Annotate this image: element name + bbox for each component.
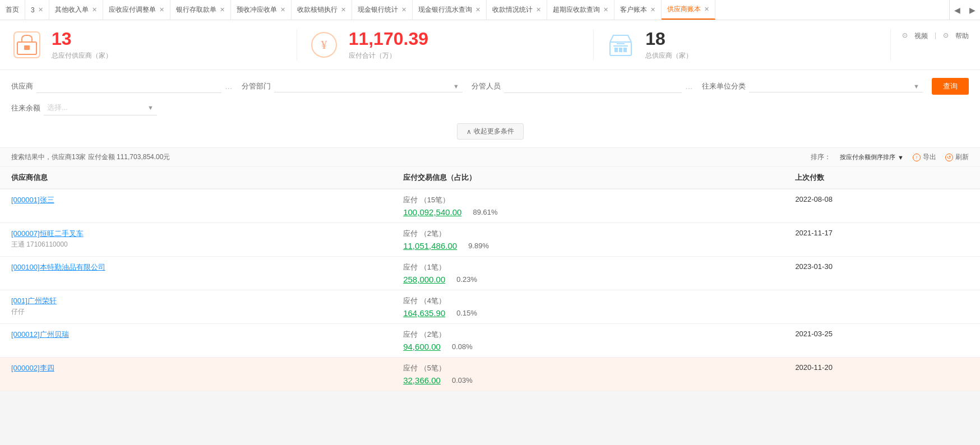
sort-label: 排序：: [811, 152, 831, 162]
supplier-info-cell: [000012]广州贝瑞: [0, 324, 392, 358]
nav-tab-cash-bank-stat[interactable]: 现金银行统计 ✕: [352, 0, 413, 20]
table-row: [000002]李四应付 （5笔）32,366.000.03%2020-11-2…: [0, 358, 980, 391]
nav-tab-other-income[interactable]: 其他收入单 ✕: [49, 0, 103, 20]
result-bar: 搜索结果中，供应商13家 应付金额 111,703,854.00元 排序： 按应…: [0, 148, 980, 167]
nav-next-arrow[interactable]: ▶: [965, 6, 980, 15]
supplier-link[interactable]: [000012]广州贝瑞: [11, 330, 69, 339]
nav-tab-receipt-stat[interactable]: 收款情况统计 ✕: [487, 0, 547, 20]
supplier-input[interactable]: [36, 80, 221, 93]
tx-amount[interactable]: 164,635.90: [403, 308, 445, 318]
close-icon[interactable]: ✕: [603, 6, 608, 13]
nav-prev-arrow[interactable]: ◀: [950, 6, 965, 15]
close-icon[interactable]: ✕: [159, 6, 164, 13]
tx-info-cell: 应付 （2笔）11,051,486.009.89%: [392, 223, 784, 257]
supplier-link[interactable]: [000001]张三: [11, 196, 54, 204]
filter-category: 往来单位分类 ▼: [702, 81, 923, 92]
table-row: [000001]张三应付 （15笔）100,092,540.0089.61%20…: [0, 189, 980, 223]
tx-amount[interactable]: 94,600.00: [403, 342, 441, 351]
nav-tab-ar-ap-adjust[interactable]: 应收应付调整单 ✕: [103, 0, 170, 20]
last-pay-cell: 2021-03-25: [784, 324, 980, 358]
card3-text: 18 总供应商（家）: [645, 29, 692, 61]
close-icon[interactable]: ✕: [650, 6, 655, 13]
table-row: [000007]恒旺二手叉车王通 17106110000应付 （2笔）11,05…: [0, 223, 980, 257]
close-icon[interactable]: ✕: [401, 6, 406, 13]
video-icon: ⊙: [902, 31, 908, 39]
export-button[interactable]: ↑ 导出: [913, 152, 936, 162]
supplier-contact: 仔仔: [11, 307, 381, 317]
col-last-pay: 上次付数: [784, 167, 980, 189]
tx-percent: 9.89%: [468, 242, 489, 250]
supplier-dots[interactable]: ...: [225, 81, 232, 91]
nav-tab-3[interactable]: 3 ✕: [25, 0, 49, 20]
collapse-button[interactable]: ∧ 收起更多条件: [457, 123, 524, 140]
close-icon[interactable]: ✕: [280, 6, 285, 13]
nav-arrows: ◀ ▶: [949, 0, 980, 20]
collapse-area: ∧ 收起更多条件: [11, 121, 969, 142]
balance-select[interactable]: 选择... ▼: [44, 100, 157, 115]
supplier-link[interactable]: [001]广州荣轩: [11, 296, 57, 305]
tx-label: 应付: [403, 263, 418, 271]
nav-tab-customer-ledger[interactable]: 客户账本 ✕: [614, 0, 662, 20]
supplier-info-cell: [001]广州荣轩仔仔: [0, 290, 392, 324]
nav-tab-bank-deposit[interactable]: 银行存取款单 ✕: [170, 0, 231, 20]
chevron-up-icon: ∧: [466, 128, 471, 136]
category-filter-label: 往来单位分类: [702, 81, 746, 91]
summary-section: 13 总应付供应商（家） ¥ 11,170.39 应付合计（万）: [0, 20, 980, 70]
supplier-info-cell: [000002]李四: [0, 358, 392, 391]
nav-tab-cash-flow[interactable]: 现金银行流水查询 ✕: [413, 0, 487, 20]
nav-tab-home[interactable]: 首页: [0, 0, 25, 20]
supplier-link[interactable]: [000007]恒旺二手叉车: [11, 229, 84, 238]
person-dots[interactable]: ...: [685, 81, 692, 91]
sort-dropdown-icon: ▼: [898, 154, 904, 161]
close-icon[interactable]: ✕: [341, 6, 346, 13]
category-select[interactable]: ▼: [749, 81, 923, 92]
card3-number: 18: [645, 29, 692, 49]
nav-tab-supplier-ledger[interactable]: 供应商账本 ✕: [662, 0, 715, 20]
person-input[interactable]: [504, 80, 682, 93]
dept-filter-label: 分管部门: [242, 81, 271, 91]
tx-amount[interactable]: 100,092,540.00: [403, 207, 461, 217]
table-row: [001]广州荣轩仔仔应付 （4笔）164,635.900.15%: [0, 290, 980, 324]
close-icon[interactable]: ✕: [38, 6, 43, 13]
dept-dropdown-icon: ▼: [453, 83, 459, 90]
svg-rect-7: [619, 48, 622, 52]
card3-label: 总供应商（家）: [645, 51, 692, 61]
sort-area: 排序： 按应付余额倒序排序 ▼ ↑ 导出 ↺ 刷新: [811, 152, 969, 162]
dept-select[interactable]: ▼: [274, 81, 463, 92]
tx-amount-row: 94,600.000.08%: [403, 342, 773, 351]
search-button[interactable]: 查询: [932, 78, 969, 95]
card1-label: 总应付供应商（家）: [52, 51, 112, 61]
sort-select[interactable]: 按应付余额倒序排序 ▼: [840, 153, 904, 161]
col-tx-info: 应付交易信息（占比）: [392, 167, 784, 189]
video-link[interactable]: 视频: [914, 31, 928, 41]
table-header: 供应商信息 应付交易信息（占比） 上次付数: [0, 167, 980, 189]
filter-row-1: 供应商 ... 分管部门 ▼ 分管人员 ... 往来单位分类 ▼ 查询: [11, 78, 969, 95]
summary-card-ap-supplier: 13 总应付供应商（家）: [11, 29, 297, 61]
svg-rect-8: [623, 48, 627, 52]
svg-rect-2: [24, 45, 30, 50]
supplier-link[interactable]: [000100]本特勤油品有限公司: [11, 263, 105, 271]
tx-label-row: 应付 （4笔）: [403, 296, 773, 306]
close-icon[interactable]: ✕: [220, 6, 225, 13]
tx-label-row: 应付 （5笔）: [403, 363, 773, 373]
tx-amount[interactable]: 11,051,486.00: [403, 241, 457, 251]
close-icon[interactable]: ✕: [92, 6, 97, 13]
help-link[interactable]: 帮助: [955, 31, 969, 41]
nav-tab-receipt-verify[interactable]: 收款核销执行 ✕: [292, 0, 352, 20]
nav-tab-overdue-ar[interactable]: 超期应收款查询 ✕: [547, 0, 614, 20]
tx-amount[interactable]: 32,366.00: [403, 376, 441, 385]
help-icon: ⊙: [943, 31, 949, 39]
close-icon[interactable]: ✕: [536, 6, 541, 13]
tx-count: （4笔）: [418, 296, 446, 305]
filter-row-2: 往来余额 选择... ▼: [11, 100, 969, 115]
tx-count: （2笔）: [418, 330, 446, 339]
supplier-link[interactable]: [000002]李四: [11, 364, 54, 372]
tx-info-cell: 应付 （5笔）32,366.000.03%: [392, 358, 784, 391]
close-icon[interactable]: ✕: [704, 6, 709, 13]
nav-tab-advance-ar[interactable]: 预收冲应收单 ✕: [231, 0, 292, 20]
tx-label-row: 应付 （15笔）: [403, 195, 773, 205]
tx-amount[interactable]: 258,000.00: [403, 275, 445, 284]
refresh-button[interactable]: ↺ 刷新: [945, 152, 969, 162]
card2-number: 11,170.39: [349, 29, 428, 49]
close-icon[interactable]: ✕: [475, 6, 480, 13]
